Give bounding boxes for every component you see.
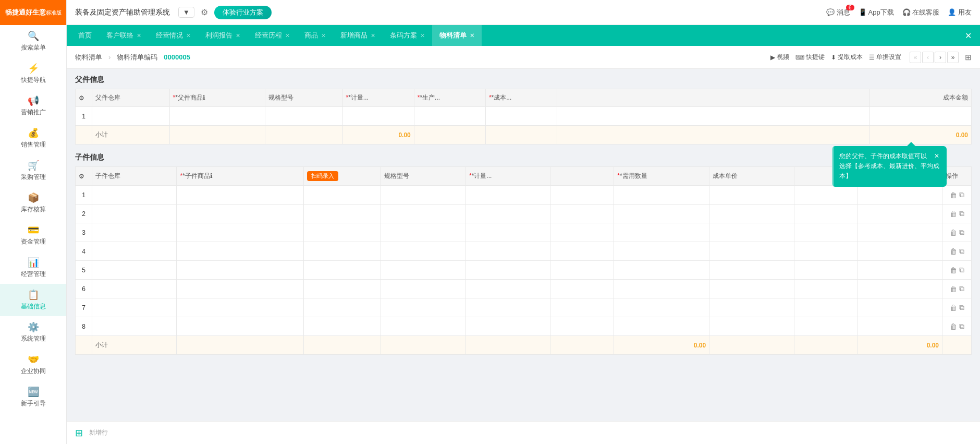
child-quantity-cell[interactable] <box>614 205 709 223</box>
sidebar-item-purchase[interactable]: 🛒 采购管理 <box>0 154 66 187</box>
delete-row-icon[interactable]: 🗑 <box>950 191 957 199</box>
child-unit-cost-cell[interactable] <box>709 298 794 317</box>
child-product-cell[interactable] <box>177 317 304 336</box>
sidebar-item-search[interactable]: 🔍 搜索菜单 <box>0 25 66 57</box>
child-spec-cell[interactable] <box>381 223 466 242</box>
child-product-cell[interactable] <box>177 223 304 242</box>
child-warehouse-cell[interactable] <box>92 280 177 298</box>
child-product-cell[interactable] <box>177 261 304 280</box>
child-unit-cell[interactable] <box>466 205 550 223</box>
parent-unit-cell[interactable] <box>342 107 414 126</box>
scan-input-button[interactable]: 扫码录入 <box>307 171 338 181</box>
copy-row-icon[interactable]: ⧉ <box>959 284 964 293</box>
parent-cost-cell[interactable] <box>485 107 557 126</box>
message-button[interactable]: 💬 6 消息 <box>826 8 850 17</box>
tab-newgoods[interactable]: 新增商品 ✕ <box>333 25 383 46</box>
tooltip-close-icon[interactable]: ✕ <box>934 151 939 161</box>
sidebar-item-inventory[interactable]: 📦 库存核算 <box>0 187 66 219</box>
pager-prev-button[interactable]: ‹ <box>922 52 934 63</box>
close-all-tabs-button[interactable]: ✕ <box>961 31 976 41</box>
tab-newgoods-close-icon[interactable]: ✕ <box>371 32 375 39</box>
child-unit-cost-cell[interactable] <box>709 317 794 336</box>
app-download-button[interactable]: 📱 App下载 <box>859 8 894 17</box>
tab-goods-close-icon[interactable]: ✕ <box>321 32 326 39</box>
child-product-cell[interactable] <box>177 205 304 223</box>
child-unit-cell[interactable] <box>466 280 550 298</box>
sidebar-item-sales[interactable]: 💰 销售管理 <box>0 122 66 154</box>
sidebar-item-marketing[interactable]: 📢 营销推广 <box>0 90 66 122</box>
pager-first-button[interactable]: « <box>910 52 921 63</box>
child-spec-cell[interactable] <box>381 317 466 336</box>
copy-row-icon[interactable]: ⧉ <box>959 209 964 218</box>
child-spec-cell[interactable] <box>381 242 466 261</box>
child-product-cell[interactable] <box>177 298 304 317</box>
delete-row-icon[interactable]: 🗑 <box>950 229 957 237</box>
tab-bom[interactable]: 物料清单 ✕ <box>432 25 482 46</box>
child-unit-cost-cell[interactable] <box>709 242 794 261</box>
child-spec-cell[interactable] <box>381 205 466 223</box>
child-warehouse-cell[interactable] <box>92 205 177 223</box>
child-unit-cost-cell[interactable] <box>709 280 794 298</box>
child-quantity-cell[interactable] <box>614 261 709 280</box>
child-unit-cell[interactable] <box>466 298 550 317</box>
sidebar-item-guide[interactable]: 🆕 新手引导 <box>0 381 66 413</box>
child-product-cell[interactable] <box>177 280 304 298</box>
add-row-icon[interactable]: ⊞ <box>75 427 83 439</box>
child-unit-cell[interactable] <box>466 317 550 336</box>
copy-row-icon[interactable]: ⧉ <box>959 322 964 331</box>
delete-row-icon[interactable]: 🗑 <box>950 247 957 256</box>
copy-row-icon[interactable]: ⧉ <box>959 228 964 237</box>
sidebar-item-operations[interactable]: 📊 经营管理 <box>0 251 66 284</box>
child-warehouse-cell[interactable] <box>92 223 177 242</box>
trial-button[interactable]: 体验行业方案 <box>214 6 272 19</box>
sidebar-item-enterprise[interactable]: 🤝 企业协同 <box>0 349 66 381</box>
parent-warehouse-cell[interactable] <box>92 107 170 126</box>
settings-action[interactable]: ☰ 单据设置 <box>869 53 901 62</box>
child-warehouse-cell[interactable] <box>92 242 177 261</box>
delete-row-icon[interactable]: 🗑 <box>950 210 957 218</box>
pager-next-button[interactable]: › <box>935 52 946 63</box>
child-unit-cell[interactable] <box>466 242 550 261</box>
tab-profit[interactable]: 利润报告 ✕ <box>198 25 248 46</box>
tab-customer[interactable]: 客户联络 ✕ <box>99 25 149 46</box>
copy-row-icon[interactable]: ⧉ <box>959 247 964 256</box>
tab-barcode-close-icon[interactable]: ✕ <box>420 32 425 39</box>
child-unit-cost-cell[interactable] <box>709 186 794 205</box>
child-spec-cell[interactable] <box>381 298 466 317</box>
child-warehouse-cell[interactable] <box>92 317 177 336</box>
tab-history[interactable]: 经营历程 ✕ <box>248 25 297 46</box>
child-quantity-cell[interactable] <box>614 186 709 205</box>
child-unit-cost-cell[interactable] <box>709 205 794 223</box>
child-quantity-cell[interactable] <box>614 317 709 336</box>
child-unit-cost-cell[interactable] <box>709 223 794 242</box>
tab-goods[interactable]: 商品 ✕ <box>297 25 333 46</box>
child-unit-cost-cell[interactable] <box>709 261 794 280</box>
system-dropdown[interactable]: ▼ <box>178 7 194 18</box>
child-spec-cell[interactable] <box>381 280 466 298</box>
tab-profit-close-icon[interactable]: ✕ <box>236 32 240 39</box>
child-quantity-cell[interactable] <box>614 242 709 261</box>
child-unit-cell[interactable] <box>466 261 550 280</box>
child-spec-cell[interactable] <box>381 261 466 280</box>
child-quantity-cell[interactable] <box>614 223 709 242</box>
online-service-button[interactable]: 🎧 在线客服 <box>902 8 940 17</box>
tab-operations-close-icon[interactable]: ✕ <box>186 32 191 39</box>
tab-home[interactable]: 首页 <box>71 25 99 46</box>
settings-gear-icon[interactable]: ⚙ <box>201 7 208 17</box>
delete-row-icon[interactable]: 🗑 <box>950 285 957 293</box>
view-action[interactable]: ▶ 视频 <box>770 53 789 62</box>
copy-row-icon[interactable]: ⧉ <box>959 190 964 199</box>
cost-action[interactable]: ⬇ 提取成本 <box>831 53 863 62</box>
child-unit-cell[interactable] <box>466 186 550 205</box>
sidebar-item-finance[interactable]: 💳 资金管理 <box>0 219 66 251</box>
child-quantity-cell[interactable] <box>614 280 709 298</box>
tab-operations[interactable]: 经营情况 ✕ <box>149 25 198 46</box>
tab-history-close-icon[interactable]: ✕ <box>285 32 290 39</box>
parent-product-cell[interactable] <box>169 107 265 126</box>
child-warehouse-cell[interactable] <box>92 298 177 317</box>
user-button[interactable]: 👤 用友 <box>948 8 972 17</box>
child-warehouse-cell[interactable] <box>92 261 177 280</box>
child-quantity-cell[interactable] <box>614 298 709 317</box>
sidebar-item-quicknav[interactable]: ⚡ 快捷导航 <box>0 57 66 90</box>
child-unit-cell[interactable] <box>466 223 550 242</box>
